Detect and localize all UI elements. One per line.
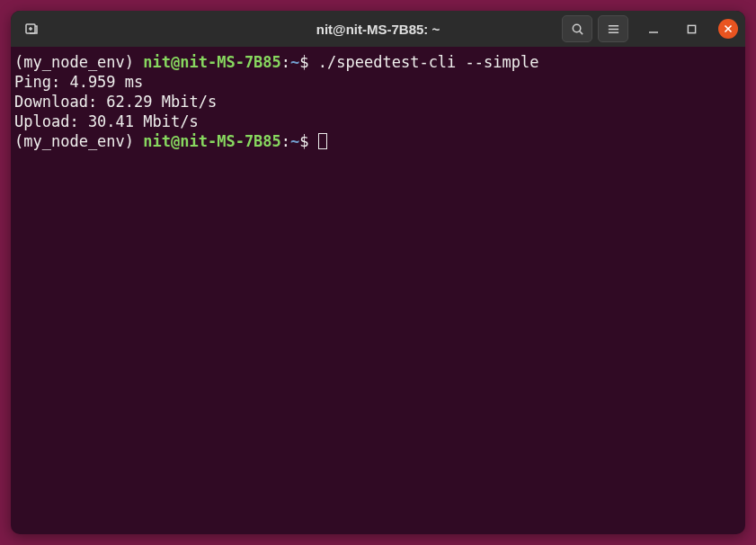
window-title: nit@nit-MS-7B85: ~ xyxy=(316,22,440,37)
menu-button[interactable] xyxy=(598,15,628,42)
colon: : xyxy=(281,53,290,71)
output-upload: Upload: 30.41 Mbit/s xyxy=(14,112,742,131)
svg-point-1 xyxy=(573,24,580,31)
hamburger-icon xyxy=(607,22,620,36)
user-host: nit@nit-MS-7B85 xyxy=(143,132,281,150)
titlebar: nit@nit-MS-7B85: ~ xyxy=(11,11,745,47)
user-host: nit@nit-MS-7B85 xyxy=(143,53,281,71)
prompt-line-1: (my_node_env) nit@nit-MS-7B85:~$ ./speed… xyxy=(14,52,742,72)
output-download: Download: 62.29 Mbit/s xyxy=(14,92,742,112)
close-icon xyxy=(724,24,733,33)
maximize-icon xyxy=(687,24,697,34)
prompt-line-2: (my_node_env) nit@nit-MS-7B85:~$ xyxy=(14,131,742,151)
prompt-symbol: $ xyxy=(299,53,317,71)
titlebar-left xyxy=(18,15,45,42)
env-prefix: (my_node_env) xyxy=(14,132,143,150)
maximize-button[interactable] xyxy=(679,16,704,41)
new-tab-button[interactable] xyxy=(18,15,45,42)
terminal-body[interactable]: (my_node_env) nit@nit-MS-7B85:~$ ./speed… xyxy=(11,47,745,534)
command-text: ./speedtest-cli --simple xyxy=(318,53,539,71)
titlebar-right xyxy=(562,15,738,42)
new-tab-icon xyxy=(24,22,39,36)
env-prefix: (my_node_env) xyxy=(14,53,143,71)
terminal-window: nit@nit-MS-7B85: ~ xyxy=(11,11,745,534)
colon: : xyxy=(281,132,290,150)
close-button[interactable] xyxy=(718,19,738,39)
svg-line-2 xyxy=(579,31,582,33)
search-icon xyxy=(571,22,584,36)
cursor xyxy=(318,133,327,149)
output-ping: Ping: 4.959 ms xyxy=(14,72,742,92)
prompt-symbol: $ xyxy=(299,132,317,150)
minimize-icon xyxy=(648,23,659,34)
svg-rect-7 xyxy=(688,25,695,32)
path: ~ xyxy=(290,132,299,150)
minimize-button[interactable] xyxy=(641,16,666,41)
path: ~ xyxy=(290,53,299,71)
search-button[interactable] xyxy=(562,15,592,42)
